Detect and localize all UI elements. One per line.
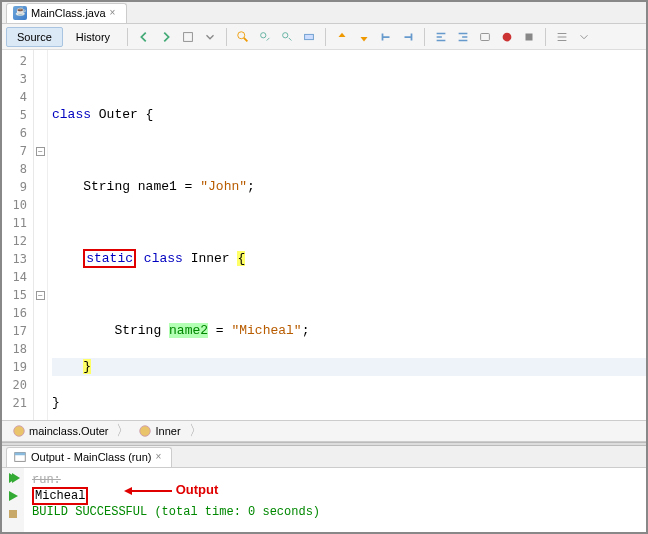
record-icon[interactable]	[497, 27, 517, 47]
svg-point-1	[238, 31, 245, 38]
separator	[226, 28, 227, 46]
output-run-label: run:	[32, 472, 638, 488]
class-icon	[138, 424, 152, 438]
output-build-status: BUILD SUCCESSFUL (total time: 0 seconds)	[32, 504, 638, 520]
output-tab-label: Output - MainClass (run)	[31, 451, 151, 463]
nav-back-icon[interactable]	[134, 27, 154, 47]
java-file-icon	[13, 6, 27, 20]
indent-left-icon[interactable]	[431, 27, 451, 47]
svg-rect-5	[305, 34, 314, 39]
svg-rect-12	[15, 453, 26, 456]
output-tab-bar: Output - MainClass (run) ×	[2, 446, 646, 468]
indent-right-icon[interactable]	[453, 27, 473, 47]
editor-toolbar: Source History	[2, 24, 646, 50]
file-tab-label: MainClass.java	[31, 7, 106, 19]
separator	[127, 28, 128, 46]
lines-icon[interactable]	[552, 27, 572, 47]
dropdown-icon[interactable]	[200, 27, 220, 47]
fold-toggle-icon[interactable]: −	[36, 147, 45, 156]
file-tab[interactable]: MainClass.java ×	[6, 3, 127, 23]
output-controls	[2, 468, 24, 532]
run-icon[interactable]	[5, 488, 21, 504]
separator	[325, 28, 326, 46]
breadcrumb-item[interactable]: Inner	[132, 424, 186, 438]
stop-output-icon[interactable]	[5, 506, 21, 522]
find-next-icon[interactable]	[277, 27, 297, 47]
tab-source[interactable]: Source	[6, 27, 63, 47]
toolbar-dropdown-icon[interactable]	[574, 27, 594, 47]
fold-gutter: − −	[34, 50, 48, 420]
rerun-icon[interactable]	[5, 470, 21, 486]
bookmark-icon[interactable]	[178, 27, 198, 47]
file-tab-bar: MainClass.java ×	[2, 2, 646, 24]
breadcrumb-item[interactable]: mainclass.Outer	[6, 424, 114, 438]
tab-history[interactable]: History	[65, 27, 121, 47]
line-gutter: 23456789101112131415161718192021	[2, 50, 34, 420]
chevron-right-icon: 〉	[116, 422, 130, 440]
shift-up-icon[interactable]	[332, 27, 352, 47]
stop-icon[interactable]	[519, 27, 539, 47]
annotation-label: Output	[176, 482, 219, 497]
svg-line-2	[244, 37, 248, 41]
comment-icon[interactable]	[475, 27, 495, 47]
output-panel: run: Micheal BUILD SUCCESSFUL (total tim…	[2, 468, 646, 532]
code-area[interactable]: class Outer { String name1 = "John"; sta…	[48, 50, 646, 420]
close-icon[interactable]: ×	[110, 8, 120, 18]
find-prev-icon[interactable]	[255, 27, 275, 47]
annotation-arrow: Output	[124, 482, 218, 498]
breadcrumb: mainclass.Outer 〉 Inner 〉	[2, 420, 646, 442]
svg-point-3	[261, 32, 266, 37]
svg-rect-8	[526, 33, 533, 40]
svg-point-10	[140, 426, 151, 437]
svg-rect-6	[481, 33, 490, 40]
separator	[545, 28, 546, 46]
output-console[interactable]: run: Micheal BUILD SUCCESSFUL (total tim…	[24, 468, 646, 532]
shift-down-icon[interactable]	[354, 27, 374, 47]
output-icon	[13, 450, 27, 464]
highlight-icon[interactable]	[299, 27, 319, 47]
code-editor[interactable]: 23456789101112131415161718192021 − − cla…	[2, 50, 646, 420]
separator	[424, 28, 425, 46]
svg-point-4	[283, 32, 288, 37]
svg-point-7	[503, 32, 512, 41]
svg-rect-13	[9, 510, 17, 518]
svg-rect-0	[184, 32, 193, 41]
class-icon	[12, 424, 26, 438]
nav-fwd-icon[interactable]	[156, 27, 176, 47]
svg-point-9	[14, 426, 25, 437]
next-mark-icon[interactable]	[398, 27, 418, 47]
find-icon[interactable]	[233, 27, 253, 47]
output-result: Micheal	[32, 487, 88, 505]
prev-mark-icon[interactable]	[376, 27, 396, 47]
fold-toggle-icon[interactable]: −	[36, 291, 45, 300]
close-icon[interactable]: ×	[155, 452, 165, 462]
output-tab[interactable]: Output - MainClass (run) ×	[6, 447, 172, 467]
chevron-right-icon: 〉	[189, 422, 203, 440]
